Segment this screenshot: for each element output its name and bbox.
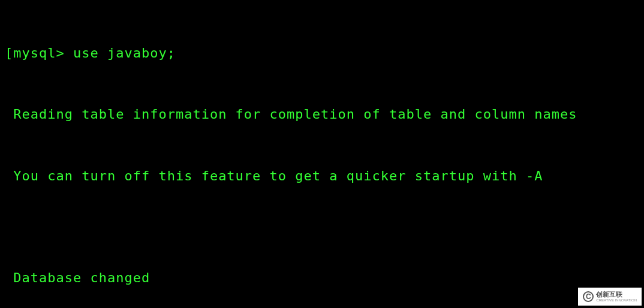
watermark-en: CREATIVE INNOVATION — [596, 298, 637, 302]
terminal-output: [mysql> use javaboy; Reading table infor… — [5, 2, 639, 308]
watermark-cn: 创新互联 — [596, 291, 637, 298]
watermark-logo-icon: C — [583, 291, 594, 302]
watermark: C 创新互联 CREATIVE INNOVATION — [578, 288, 642, 306]
output-reading-info: Reading table information for completion… — [5, 104, 639, 125]
watermark-text: 创新互联 CREATIVE INNOVATION — [596, 291, 637, 302]
command-line-use: [mysql> use javaboy; — [5, 43, 639, 64]
output-db-changed: Database changed — [5, 268, 639, 288]
output-turn-off-hint: You can turn off this feature to get a q… — [5, 166, 639, 186]
